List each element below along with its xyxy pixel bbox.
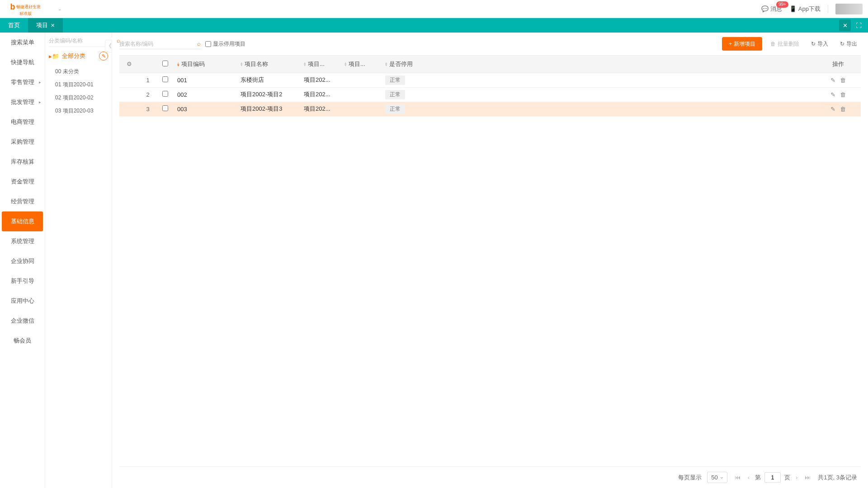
chevron-left-icon: 《 [106,42,112,50]
import-button[interactable]: ↻ 导入 [807,37,832,51]
status-column[interactable]: ▴▾是否停用 [382,56,816,73]
batch-delete-button[interactable]: 🗑 批量删除 [767,37,803,51]
sidebar-item-label: 企业协同 [11,257,34,265]
search-icon[interactable]: ⌕ [117,37,120,44]
close-icon: ✕ [843,22,848,29]
gear-icon: ⚙ [127,61,132,67]
edit-tree-button[interactable]: ✎ [99,52,108,61]
cell-col4 [341,102,382,116]
sidebar-item-15[interactable]: 畅会员 [0,331,45,351]
search-box: ⌕ [119,39,201,49]
sidebar-item-label: 畅会员 [14,337,31,345]
table-row[interactable]: 1001东楼街店项目202...正常✎🗑 [119,73,861,87]
table-row[interactable]: 3003项目2002-项目3项目202...正常✎🗑 [119,102,861,116]
delete-row-button[interactable]: 🗑 [840,91,846,98]
sidebar-item-10[interactable]: 系统管理 [0,231,45,251]
search-icon[interactable]: ⌕ [197,40,201,47]
sidebar-item-5[interactable]: 采购管理 [0,132,45,152]
show-disabled-toggle[interactable]: 显示停用项目 [205,40,245,48]
sidebar-item-14[interactable]: 企业微信 [0,311,45,331]
main-content: ⌕ 显示停用项目 + 新增项目 🗑 批量删除 ↻ 导入 ↻ 导出 [112,33,868,488]
cell-status: 正常 [382,87,816,102]
prev-page-button[interactable]: ‹ [746,473,751,482]
app-download-button[interactable]: 📱 App下载 [789,5,821,13]
cell-status: 正常 [382,102,816,116]
folder-icon: ▸📁 [49,53,59,60]
app-header: b 畅捷通好生意 标准版 ⌄ 💬 消息 99+ 📱 App下载 [0,0,868,18]
tree-node-3[interactable]: 03 项目2020-03 [49,104,108,117]
col4-column[interactable]: ▴▾项目... [341,56,382,73]
row-index: 2 [139,87,156,102]
fullscreen-button[interactable]: ⛶ [853,19,864,31]
tab-bar: 首页项目✕ ✕ ⛶ [0,18,868,33]
show-disabled-label: 显示停用项目 [213,40,245,48]
table-row[interactable]: 2002项目2002-项目2项目202...正常✎🗑 [119,87,861,102]
name-column[interactable]: ▴▾项目名称 [237,56,300,73]
sidebar-item-12[interactable]: 新手引导 [0,271,45,291]
tenant-selector[interactable]: ⌄ [54,5,65,13]
tree-node-1[interactable]: 01 项目2020-01 [49,78,108,91]
tab-0[interactable]: 首页 [0,18,28,33]
delete-row-button[interactable]: 🗑 [840,106,846,113]
row-checkbox[interactable] [162,105,168,111]
sidebar-item-4[interactable]: 电商管理 [0,112,45,132]
page-input[interactable] [764,472,781,483]
row-checkbox[interactable] [162,91,168,97]
close-icon[interactable]: ✕ [51,23,55,28]
sidebar-item-11[interactable]: 企业协同 [0,251,45,271]
sidebar-item-label: 搜索菜单 [11,38,34,47]
ops-column: 操作 [816,56,861,73]
messages-badge: 99+ [776,1,788,8]
code-column[interactable]: ▴▾项目编码 [174,56,237,73]
messages-button[interactable]: 💬 消息 99+ [761,5,782,13]
toolbar: ⌕ 显示停用项目 + 新增项目 🗑 批量删除 ↻ 导入 ↻ 导出 [119,37,861,51]
col3-column[interactable]: ▴▾项目... [300,56,341,73]
sidebar-item-label: 基础信息 [11,217,34,225]
tree-root[interactable]: ▸📁 全部分类 ✎ [49,52,108,61]
close-tabs-button[interactable]: ✕ [839,19,851,31]
per-page-select[interactable]: 50 [707,472,727,483]
delete-row-button[interactable]: 🗑 [840,77,846,84]
sidebar-item-7[interactable]: 资金管理 [0,172,45,192]
sidebar-item-label: 应用中心 [11,297,34,305]
edit-row-button[interactable]: ✎ [830,77,835,84]
brand-main: 畅捷通好生意 [16,5,41,9]
edit-row-button[interactable]: ✎ [830,106,835,113]
add-project-button[interactable]: + 新增项目 [722,37,762,51]
collapse-tree-button[interactable]: 《 [105,40,112,52]
tree-node-2[interactable]: 02 项目2020-02 [49,91,108,104]
sidebar-item-6[interactable]: 库存核算 [0,152,45,172]
last-page-button[interactable]: ⏭ [803,473,812,482]
brand-logo: b 畅捷通好生意 标准版 [5,2,45,16]
show-disabled-checkbox[interactable] [205,41,211,47]
cell-code: 002 [174,87,237,102]
sidebar-item-8[interactable]: 经营管理 [0,192,45,211]
settings-column[interactable]: ⚙ [119,56,139,73]
page-suffix: 页 [784,474,790,482]
user-avatar[interactable] [835,4,863,14]
row-gear [119,102,139,116]
data-table: ⚙ ▴▾项目编码 ▴▾项目名称 ▴▾项目... ▴▾项目... ▴▾是否停用 操… [119,55,861,466]
row-index: 3 [139,102,156,116]
sidebar-item-3[interactable]: 批发管理▸ [0,92,45,112]
first-page-button[interactable]: ⏮ [733,473,742,482]
export-button[interactable]: ↻ 导出 [836,37,861,51]
sidebar-item-2[interactable]: 零售管理▸ [0,72,45,92]
page-prefix: 第 [755,474,761,482]
row-checkbox[interactable] [162,76,168,82]
sidebar-item-1[interactable]: 快捷导航 [0,52,45,72]
tree-search: ⌕ [49,37,108,47]
phone-icon: 📱 [789,5,797,12]
sidebar-item-label: 采购管理 [11,138,34,146]
edit-row-button[interactable]: ✎ [830,91,835,98]
sidebar-item-0[interactable]: 搜索菜单 [0,33,45,52]
row-index: 1 [139,73,156,87]
next-page-button[interactable]: › [794,473,799,482]
tab-1[interactable]: 项目✕ [28,18,63,33]
chevron-right-icon: ▸ [39,100,41,104]
select-all-checkbox[interactable] [162,61,168,66]
tree-node-0[interactable]: 00 未分类 [49,65,108,78]
sidebar-item-13[interactable]: 应用中心 [0,291,45,311]
sidebar-item-9[interactable]: 基础信息 [2,211,43,231]
search-input[interactable] [119,39,197,49]
